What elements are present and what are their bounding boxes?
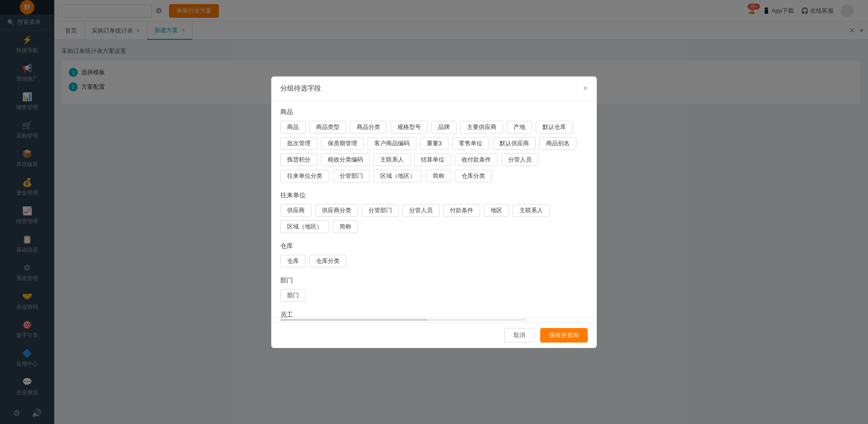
section-goods: 商品商品商品类型商品分类规格型号品牌主要供应商产地默认仓库批次管理保质期管理客户…: [280, 108, 588, 112]
modal-dialog: 分组待选字段 × 商品商品商品类型商品分类规格型号品牌主要供应商产地默认仓库批次…: [271, 76, 597, 112]
modal-body[interactable]: 商品商品商品类型商品分类规格型号品牌主要供应商产地默认仓库批次管理保质期管理客户…: [271, 101, 597, 112]
section-title-goods: 商品: [280, 108, 588, 112]
modal-header: 分组待选字段 ×: [271, 76, 597, 101]
modal-title: 分组待选字段: [280, 84, 321, 93]
overlay: 分组待选字段 × 商品商品商品类型商品分类规格型号品牌主要供应商产地默认仓库批次…: [0, 0, 868, 111]
modal-close-button[interactable]: ×: [583, 84, 588, 93]
